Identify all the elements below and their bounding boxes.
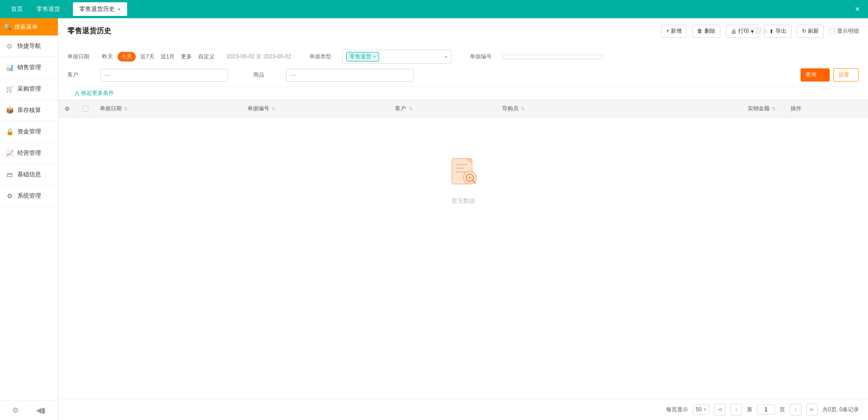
sidebar-items: ⊙ 快捷导航 📊 销售管理 🛒 采购管理 📦 库存核算 🔒 资金管理 📈 经营管…: [0, 36, 58, 207]
th-date-sort-icon[interactable]: ⇅: [124, 106, 128, 111]
date-shortcut-自定义[interactable]: 自定义: [196, 52, 216, 61]
th-guide-label: 导购员: [502, 105, 519, 112]
print-label: 打印: [738, 27, 749, 35]
sidebar-label-6: 基础信息: [17, 170, 41, 179]
data-table: ⚙ 单据日期 ⇅ 单据编号 ⇅ 客户: [58, 100, 868, 241]
page-number-input[interactable]: 1: [757, 405, 775, 415]
customer-label: 客户: [67, 71, 93, 79]
customer-input[interactable]: ···: [100, 69, 228, 82]
svg-rect-2: [455, 168, 464, 169]
sidebar-volume-button[interactable]: ◀▮: [36, 406, 46, 415]
top-tab-零售退货[interactable]: 零售退货×: [30, 2, 72, 16]
sidebar-label-7: 系统管理: [17, 192, 41, 200]
th-number-label: 单据编号: [247, 105, 269, 112]
sidebar-icon-7: ⚙: [5, 192, 14, 200]
pagination-bar: 每页显示 50 ▾ ⊲ ‹ 第 1 页 › ⊳ 共0页, 0条记录: [58, 399, 868, 420]
tab-label: 零售退货历史: [79, 5, 115, 13]
th-amount: 实销金额 ⇅: [623, 100, 785, 118]
filter-row-date: 单据日期 昨天今天近7天近1月更多自定义 2023-06-02 至 2023-0…: [67, 50, 859, 64]
date-shortcut-昨天[interactable]: 昨天: [100, 52, 115, 61]
th-amount-label: 实销金额: [748, 105, 770, 112]
date-shortcut-今天[interactable]: 今天: [118, 52, 136, 61]
th-amount-sort-icon[interactable]: ⇅: [772, 106, 776, 111]
page-size-value: 50: [696, 406, 702, 413]
sidebar-item-2[interactable]: 🛒 采购管理: [0, 78, 58, 100]
goods-input[interactable]: ···: [286, 69, 414, 82]
sidebar-label-2: 采购管理: [17, 85, 41, 93]
last-page-button[interactable]: ⊳: [806, 404, 818, 415]
export-button[interactable]: ⬆ 导出: [764, 25, 791, 38]
sidebar-icon-0: ⊙: [5, 42, 14, 50]
th-number-sort-icon[interactable]: ⇅: [272, 106, 275, 111]
query-button[interactable]: 查询: [801, 68, 830, 82]
goods-label: 商品: [253, 71, 279, 79]
top-tab-首页[interactable]: 首页: [5, 2, 29, 16]
collapse-up-icon: ⋀: [75, 90, 79, 97]
print-button[interactable]: 🖨 打印 ▾: [726, 25, 759, 38]
th-customer: 客户 ⇅: [390, 100, 496, 118]
add-button[interactable]: + 新增: [661, 25, 687, 38]
date-shortcut-近1月[interactable]: 近1月: [159, 52, 177, 61]
doc-type-tags: 零售退货 ×: [346, 52, 379, 61]
sidebar-item-3[interactable]: 📦 库存核算: [0, 100, 58, 121]
tab-close-icon[interactable]: ×: [63, 7, 66, 12]
collapse-button[interactable]: ⋀ 收起更多条件: [67, 86, 859, 100]
delete-button[interactable]: 🗑 删除: [692, 25, 720, 38]
th-checkbox[interactable]: [77, 100, 94, 118]
show-detail-label: 显示明细: [837, 27, 859, 35]
sidebar-settings-button[interactable]: ⚙: [12, 406, 19, 415]
date-shortcut-更多[interactable]: 更多: [179, 52, 194, 61]
page-size-select[interactable]: 50 ▾: [693, 405, 709, 415]
main-layout: 🔍 搜索菜单 ⊙ 快捷导航 📊 销售管理 🛒 采购管理 📦 库存核算 🔒 资金管…: [0, 18, 868, 420]
doc-type-tag-close[interactable]: ×: [373, 54, 376, 59]
prev-page-button[interactable]: ‹: [730, 404, 742, 415]
th-guide-sort-icon[interactable]: ⇅: [521, 106, 524, 111]
sidebar-label-3: 库存核算: [17, 106, 41, 114]
sidebar-search[interactable]: 🔍 搜索菜单: [0, 18, 58, 36]
sidebar-item-4[interactable]: 🔒 资金管理: [0, 121, 58, 143]
th-customer-sort-icon[interactable]: ⇅: [409, 106, 412, 111]
sidebar-icon-1: 📊: [5, 63, 14, 72]
sidebar-bottom: ⚙ ◀▮: [0, 400, 58, 420]
select-all-checkbox[interactable]: [82, 106, 88, 112]
empty-state: 暂无数据: [58, 118, 868, 241]
refresh-button[interactable]: ↻ 刷新: [797, 25, 824, 38]
sidebar-item-6[interactable]: 🗃 基础信息: [0, 164, 58, 185]
collapse-label: 收起更多条件: [81, 89, 114, 97]
filter-row-customer: 客户 ··· 商品 ··· 查询 设置: [67, 68, 859, 82]
show-detail-checkbox[interactable]: [829, 28, 835, 34]
sidebar-icon-4: 🔒: [5, 128, 14, 136]
page-prefix-label: 第: [747, 406, 752, 414]
toolbar: + 新增 🗑 删除 🖨 打印 ▾ ⬆ 导出 ↻ 刷新 显示明细: [661, 25, 859, 38]
sidebar-label-5: 经营管理: [17, 149, 41, 157]
doc-type-select[interactable]: 零售退货 × ▾: [342, 50, 452, 64]
top-tab-零售退货历史[interactable]: 零售退货历史×: [73, 2, 127, 16]
th-settings[interactable]: ⚙: [58, 100, 77, 118]
next-page-button[interactable]: ›: [790, 404, 801, 415]
sidebar-icon-2: 🛒: [5, 85, 14, 93]
doc-type-chevron-icon: ▾: [445, 54, 447, 60]
tab-close-icon[interactable]: ×: [118, 7, 120, 12]
th-date: 单据日期 ⇅: [94, 100, 241, 118]
doc-number-input[interactable]: [503, 55, 603, 59]
sidebar-item-0[interactable]: ⊙ 快捷导航: [0, 36, 58, 57]
th-customer-label: 客户: [395, 105, 406, 112]
window-close-button[interactable]: ×: [851, 5, 863, 14]
settings-button[interactable]: 设置: [833, 68, 859, 82]
sidebar-item-7[interactable]: ⚙ 系统管理: [0, 185, 58, 207]
first-page-button[interactable]: ⊲: [714, 404, 726, 415]
th-date-label: 单据日期: [100, 105, 122, 112]
content-area: 零售退货历史 + 新增 🗑 删除 🖨 打印 ▾ ⬆ 导出 ↻ 刷新: [58, 18, 868, 420]
date-shortcut-近7天[interactable]: 近7天: [139, 52, 156, 61]
sidebar-item-1[interactable]: 📊 销售管理: [0, 57, 58, 78]
th-action: 操作: [785, 100, 868, 118]
th-action-label: 操作: [791, 105, 801, 112]
svg-rect-3: [455, 171, 466, 173]
sidebar-label-4: 资金管理: [17, 128, 41, 136]
sidebar-icon-5: 📈: [5, 149, 14, 157]
sidebar-item-5[interactable]: 📈 经营管理: [0, 143, 58, 164]
page-title: 零售退货历史: [67, 26, 111, 36]
doc-type-label: 单据类型: [309, 53, 335, 61]
th-number: 单据编号 ⇅: [241, 100, 389, 118]
sidebar-search-label: 搜索菜单: [14, 23, 38, 31]
